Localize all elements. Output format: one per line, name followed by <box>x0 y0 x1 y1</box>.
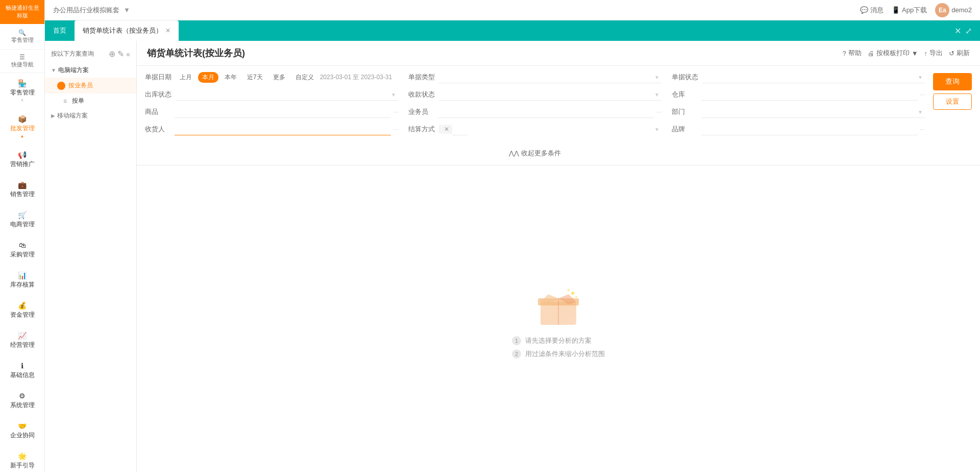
filter-row-4: 收货人 ··· 结算方式 ✕ <box>145 123 925 135</box>
sidebar-item-zero-retail[interactable]: 🏪 零售管理 ▼ <box>0 73 44 109</box>
search-menu-label: 零售管理 <box>4 36 40 44</box>
help-btn[interactable]: ? 帮助 <box>842 49 861 58</box>
mobile-section-label: 移动端方案 <box>57 111 88 120</box>
edit-scheme-icon[interactable]: ✎ <box>117 49 124 59</box>
product-input[interactable] <box>175 106 391 118</box>
out-status-select[interactable] <box>176 88 398 101</box>
brand-dots[interactable]: ··· <box>920 126 925 133</box>
filter-dept: 部门 ▼ <box>672 106 925 118</box>
doc-type-select[interactable] <box>439 71 662 83</box>
left-panel-item-by-order[interactable]: ≡ 按单 <box>45 93 136 108</box>
receipt-status-select[interactable] <box>439 88 662 101</box>
left-panel-item-by-salesman[interactable]: 按业务员 <box>45 78 136 93</box>
search-icon: 🔍 <box>4 29 40 36</box>
sidebar-item-sys-manage[interactable]: ⚙ 系统管理 <box>0 386 44 416</box>
product-dots[interactable]: ··· <box>393 108 398 115</box>
date-btn-this-year[interactable]: 本年 <box>220 72 241 83</box>
help-icon: ? <box>842 50 846 57</box>
date-btn-this-month[interactable]: 本月 <box>198 72 218 83</box>
tip-2-text: 用过滤条件来缩小分析范围 <box>525 349 605 359</box>
refresh-btn[interactable]: ↺ 刷新 <box>949 49 970 58</box>
basic-info-label: 基础信息 <box>10 371 35 380</box>
tab-home[interactable]: 首页 <box>45 20 75 41</box>
salesman-input[interactable] <box>438 106 654 118</box>
user-profile[interactable]: Ea demo2 <box>935 3 972 17</box>
sidebar-item-batch-manage[interactable]: 📦 批发管理 ▲ <box>0 109 44 145</box>
batch-manage-icon: 📦 <box>18 115 27 123</box>
combined-panel: 单据日期 上月 本月 本年 近7天 更多 自定义 2023-03-01 至 20… <box>137 66 980 166</box>
settlement-clear-icon[interactable]: ✕ <box>444 126 449 133</box>
warehouse-label: 仓库 <box>672 90 697 99</box>
collapse-btn[interactable]: ⋀⋀ 收起更多条件 <box>501 147 569 160</box>
tab-bar: 首页 销货单统计表（按业务员） ✕ ✕ ⤢ <box>45 20 980 41</box>
sidebar-item-purchase[interactable]: 🛍 采购管理 <box>0 235 44 265</box>
settings-btn[interactable]: 设置 <box>933 93 972 110</box>
page-title-actions: ? 帮助 🖨 按模板打印 ▼ ↑ 导出 ↺ 刷新 <box>842 49 970 58</box>
doc-status-label: 单据状态 <box>672 73 698 82</box>
top-header: 办公用品行业模拟账套 ▼ 💬 消息 📱 App下载 Ea demo2 <box>45 0 980 20</box>
sidebar-logo-text: 畅捷通好生意 标版 <box>2 4 42 20</box>
export-btn[interactable]: ↑ 导出 <box>924 49 943 58</box>
date-btn-custom[interactable]: 自定义 <box>291 72 318 83</box>
doc-status-select[interactable] <box>702 71 925 83</box>
marketing-icon: 📢 <box>18 151 27 159</box>
settlement-select[interactable] <box>452 123 468 135</box>
sidebar-item-basic-info[interactable]: ℹ 基础信息 <box>0 356 44 386</box>
sidebar-item-finance[interactable]: 💰 资金管理 <box>0 295 44 325</box>
sidebar-item-ops[interactable]: 📈 经营管理 <box>0 325 44 356</box>
brand-label: 品牌 <box>672 125 697 134</box>
tab-close-icon[interactable]: ✕ <box>165 27 170 34</box>
filter-salesman: 业务员 ··· <box>408 106 662 118</box>
salesman-dots[interactable]: ··· <box>656 108 662 115</box>
receiver-dots[interactable]: ··· <box>393 126 398 133</box>
tab-sales-stat[interactable]: 销货单统计表（按业务员） ✕ <box>75 20 179 41</box>
warehouse-input[interactable] <box>701 88 918 101</box>
sidebar-item-ecom[interactable]: 🛒 电商管理 <box>0 205 44 235</box>
workspace-dropdown-icon[interactable]: ▼ <box>124 6 130 14</box>
query-btn[interactable]: 查询 <box>933 73 972 90</box>
dept-select[interactable] <box>701 106 925 118</box>
message-icon: 💬 <box>860 6 868 14</box>
tab-expand-icon[interactable]: ⤢ <box>965 26 972 36</box>
pc-section-label: 电脑端方案 <box>58 66 89 75</box>
settlement-select-wrapper: ✕ ▼ <box>439 123 662 135</box>
sidebar-item-marketing[interactable]: 📢 营销推广 <box>0 145 44 175</box>
svg-point-5 <box>568 289 570 291</box>
help-label: 帮助 <box>848 49 862 58</box>
empty-state-illustration <box>528 279 589 330</box>
mobile-section[interactable]: ▶ 移动端方案 <box>45 108 136 123</box>
brand-input[interactable] <box>701 123 918 135</box>
left-panel-title: 按以下方案查询 <box>51 50 94 58</box>
add-scheme-icon[interactable]: ⊕ <box>109 49 115 59</box>
collapse-panel-icon[interactable]: « <box>126 50 130 58</box>
sidebar-search-menu[interactable]: 🔍 零售管理 <box>0 24 44 50</box>
sidebar-item-new-guide[interactable]: 🌟 新手引导 <box>0 446 44 472</box>
doc-type-select-wrapper: ▼ <box>439 71 662 83</box>
by-salesman-label: 按业务员 <box>68 81 93 90</box>
print-dropdown-icon[interactable]: ▼ <box>912 50 918 57</box>
sidebar-logo[interactable]: 畅捷通好生意 标版 <box>0 0 44 24</box>
sidebar-item-inventory[interactable]: 📊 库存核算 <box>0 265 44 295</box>
salesman-label: 业务员 <box>408 107 434 116</box>
left-panel-actions: ⊕ ✎ « <box>109 49 130 59</box>
warehouse-dots[interactable]: ··· <box>920 91 925 98</box>
app-download-btn[interactable]: 📱 App下载 <box>892 6 927 15</box>
batch-manage-label: 批发管理 <box>10 124 35 133</box>
sidebar-item-corp-collab[interactable]: 🤝 企业协同 <box>0 416 44 446</box>
quick-nav[interactable]: ☰ 快捷导航 <box>0 50 44 73</box>
tab-close-all-icon[interactable]: ✕ <box>954 26 961 36</box>
settlement-label: 结算方式 <box>408 125 435 134</box>
message-btn[interactable]: 💬 消息 <box>860 6 884 15</box>
sidebar-item-sales-manage[interactable]: 💼 销售管理 <box>0 175 44 205</box>
dept-label: 部门 <box>672 107 697 116</box>
date-btn-more[interactable]: 更多 <box>269 72 289 83</box>
date-btn-last-month[interactable]: 上月 <box>176 72 196 83</box>
top-header-left: 办公用品行业模拟账套 ▼ <box>53 6 130 15</box>
settlement-tag: ✕ <box>439 125 452 134</box>
date-btn-7days[interactable]: 近7天 <box>243 72 267 83</box>
app-download-label: App下载 <box>902 6 927 15</box>
print-btn[interactable]: 🖨 按模板打印 ▼ <box>868 49 918 58</box>
corp-collab-icon: 🤝 <box>18 422 27 430</box>
pc-section-header[interactable]: ▼ 电脑端方案 <box>45 63 136 78</box>
receiver-input[interactable] <box>175 123 391 135</box>
